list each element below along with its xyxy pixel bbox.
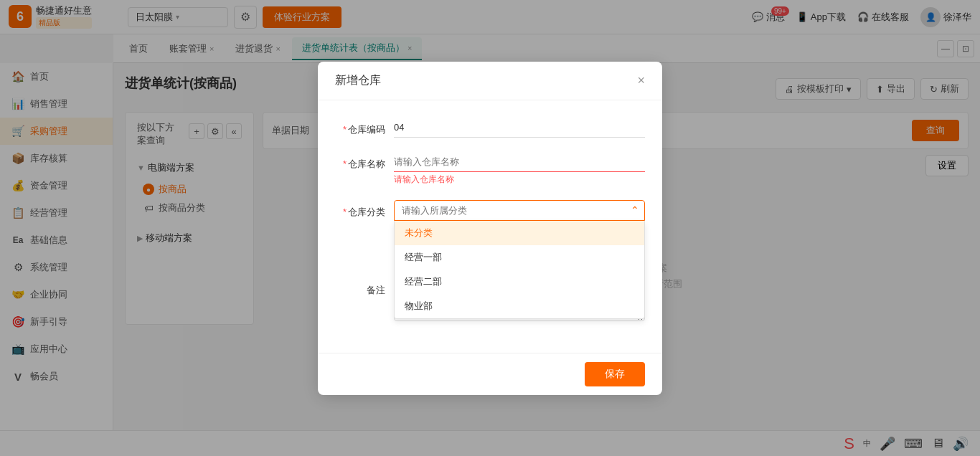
name-label: 仓库名称 bbox=[335, 152, 385, 171]
dialog-body: 仓库编码 仓库名称 请输入仓库名称 仓库分类 ⌃ 未分类 bbox=[318, 100, 662, 353]
name-error-message: 请输入仓库名称 bbox=[394, 174, 645, 186]
category-arrow-icon[interactable]: ⌃ bbox=[631, 204, 639, 216]
category-dropdown: 未分类 经营一部 经营二部 物业部 bbox=[394, 221, 645, 319]
name-field-wrapper: 请输入仓库名称 bbox=[394, 152, 645, 186]
form-row-category: 仓库分类 ⌃ 未分类 经营一部 经营二部 物业部 bbox=[335, 200, 645, 221]
dialog-footer: 保存 bbox=[318, 353, 662, 395]
dialog-header: 新增仓库 × bbox=[318, 62, 662, 100]
form-row-code: 仓库编码 bbox=[335, 118, 645, 138]
code-input[interactable] bbox=[394, 118, 645, 138]
category-input[interactable] bbox=[394, 200, 645, 221]
dialog-overlay: 新增仓库 × 仓库编码 仓库名称 请输入仓库名称 仓库分类 bbox=[0, 0, 980, 456]
dropdown-item-ops2[interactable]: 经营二部 bbox=[395, 270, 644, 294]
category-label: 仓库分类 bbox=[335, 200, 385, 219]
dropdown-item-ops1[interactable]: 经营一部 bbox=[395, 245, 644, 270]
name-input[interactable] bbox=[394, 152, 645, 172]
category-field-wrapper: ⌃ 未分类 经营一部 经营二部 物业部 bbox=[394, 200, 645, 221]
dialog-title: 新增仓库 bbox=[335, 73, 381, 88]
note-label: 备注 bbox=[335, 278, 385, 297]
form-row-name: 仓库名称 请输入仓库名称 bbox=[335, 152, 645, 186]
dropdown-item-unclassified[interactable]: 未分类 bbox=[395, 221, 644, 245]
save-button[interactable]: 保存 bbox=[585, 362, 645, 386]
dialog-close-button[interactable]: × bbox=[637, 74, 645, 87]
new-warehouse-dialog: 新增仓库 × 仓库编码 仓库名称 请输入仓库名称 仓库分类 bbox=[318, 62, 662, 395]
dropdown-item-property[interactable]: 物业部 bbox=[395, 294, 644, 318]
code-label: 仓库编码 bbox=[335, 118, 385, 136]
